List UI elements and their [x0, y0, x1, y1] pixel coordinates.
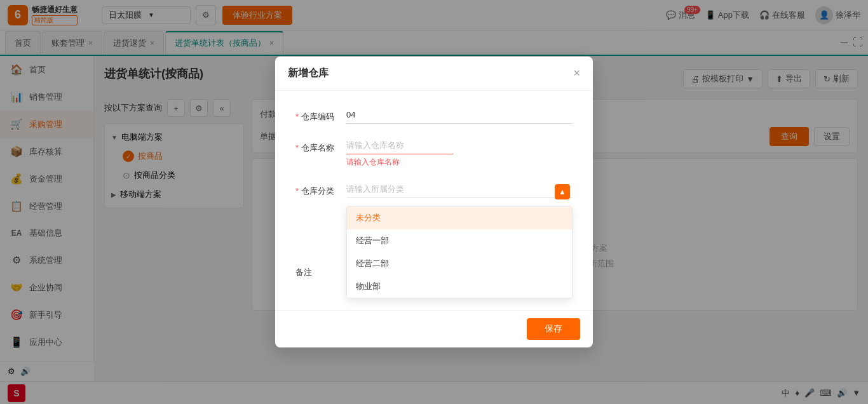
required-star-cat: * — [295, 186, 299, 196]
warehouse-code-input[interactable] — [346, 106, 573, 124]
category-toggle-button[interactable]: ▲ — [555, 184, 570, 199]
modal-title: 新增仓库 — [288, 67, 329, 80]
category-wrapper: ▲ — [346, 180, 573, 198]
dropdown-item-dept1[interactable]: 经营一部 — [347, 229, 572, 252]
add-warehouse-modal: 新增仓库 × * 仓库编码 * 仓库名称 请输入仓库名称 — [275, 57, 593, 347]
name-error-area: 请输入仓库名称 — [295, 157, 400, 168]
modal-footer: 保存 — [275, 310, 593, 347]
modal-header: 新增仓库 × — [275, 57, 593, 91]
category-label: * 仓库分类 — [295, 180, 346, 197]
category-dropdown: 未分类 经营一部 经营二部 物业部 — [346, 206, 573, 299]
chevron-up-icon: ▲ — [559, 187, 566, 196]
warehouse-code-row: * 仓库编码 — [295, 106, 573, 124]
name-input-row: * 仓库名称 — [295, 137, 453, 154]
dropdown-item-property[interactable]: 物业部 — [347, 275, 572, 298]
modal-body: * 仓库编码 * 仓库名称 请输入仓库名称 * 仓库分类 — [275, 91, 593, 310]
warehouse-name-input[interactable] — [346, 137, 453, 154]
dropdown-item-dept2[interactable]: 经营二部 — [347, 252, 572, 275]
required-star: * — [295, 112, 299, 121]
warehouse-category-row: * 仓库分类 ▲ 未分类 经营一部 经营二部 — [295, 180, 573, 198]
required-star-name: * — [295, 143, 299, 152]
modal-close-button[interactable]: × — [573, 67, 580, 80]
notes-label: 备注 — [295, 262, 346, 278]
code-label: * 仓库编码 — [295, 106, 346, 123]
warehouse-name-row: * 仓库名称 请输入仓库名称 — [295, 137, 573, 168]
category-input[interactable] — [346, 180, 573, 198]
save-button[interactable]: 保存 — [527, 318, 580, 340]
dropdown-item-uncategorized[interactable]: 未分类 — [347, 206, 572, 229]
name-label: * 仓库名称 — [295, 137, 346, 154]
name-error-message: 请输入仓库名称 — [346, 158, 400, 166]
